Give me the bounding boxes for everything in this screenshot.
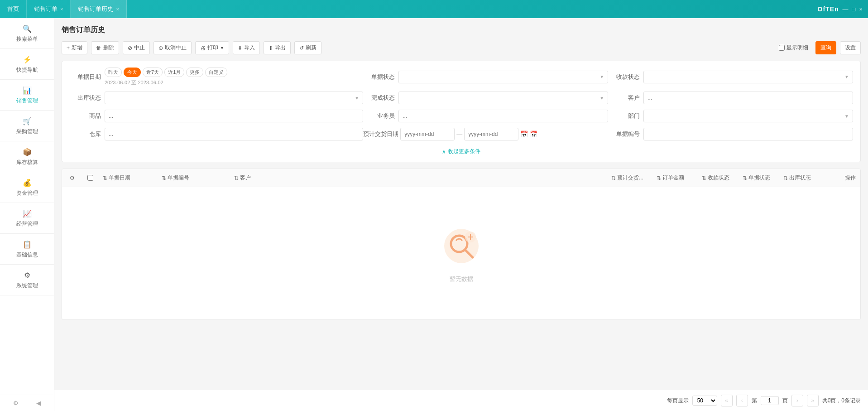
date-tag-yesterday[interactable]: 昨天 bbox=[105, 68, 122, 77]
th-delivery: ⇅ 预计交货... bbox=[607, 174, 652, 182]
tab-sales-order-close[interactable]: × bbox=[60, 6, 63, 12]
delete-button[interactable]: 🗑 删除 bbox=[91, 41, 119, 54]
th-action: 操作 bbox=[824, 174, 860, 182]
cancel-stop-button[interactable]: ⊙ 取消中止 bbox=[153, 41, 192, 54]
order-no-input[interactable] bbox=[643, 128, 853, 140]
add-icon: + bbox=[67, 45, 70, 51]
sidebar-item-system[interactable]: ⚙ 系统管理 bbox=[0, 265, 54, 295]
filter-row-2: 出库状态 ▼ 完成状态 ▼ 客户 bbox=[69, 92, 853, 104]
order-no-label: 单据编号 bbox=[608, 130, 640, 138]
complete-status-label: 完成状态 bbox=[363, 94, 395, 102]
sidebar-item-quicknav-label: 快捷导航 bbox=[16, 66, 38, 74]
tab-sales-order-history-close[interactable]: × bbox=[116, 6, 119, 12]
customer-input[interactable] bbox=[643, 92, 853, 104]
pagination-prev[interactable]: ‹ bbox=[736, 395, 748, 406]
sidebar-item-search[interactable]: 🔍 搜索菜单 bbox=[0, 18, 54, 49]
main-layout: 🔍 搜索菜单 ⚡ 快捷导航 📊 销售管理 🛒 采购管理 📦 库存核算 💰 资金管… bbox=[0, 18, 868, 411]
page-title: 销售订单历史 bbox=[62, 25, 861, 35]
sidebar-item-basic-info[interactable]: 📋 基础信息 bbox=[0, 234, 54, 265]
delivery-from-input[interactable] bbox=[400, 128, 455, 140]
delivery-to-input[interactable] bbox=[464, 128, 518, 140]
th-order-no: ⇅ 单据编号 bbox=[157, 174, 230, 182]
import-label: 导入 bbox=[244, 44, 255, 52]
th-sort-payment[interactable]: ⇅ bbox=[702, 175, 706, 181]
tab-sales-order-history-label: 销售订单历史 bbox=[78, 5, 113, 13]
sidebar-item-inventory[interactable]: 📦 库存核算 bbox=[0, 141, 54, 172]
sidebar-item-quicknav[interactable]: ⚡ 快捷导航 bbox=[0, 49, 54, 80]
table-settings-icon[interactable]: ⚙ bbox=[62, 175, 82, 181]
warehouse-out-select[interactable]: ▼ bbox=[105, 92, 363, 104]
refresh-icon: ↺ bbox=[299, 45, 304, 51]
dept-label: 部门 bbox=[608, 112, 640, 120]
page-size-select[interactable]: 50 20 100 bbox=[692, 396, 717, 406]
th-sort-warehouse[interactable]: ⇅ bbox=[783, 175, 788, 181]
select-all-checkbox[interactable] bbox=[87, 175, 93, 181]
date-tag-today[interactable]: 今天 bbox=[124, 68, 141, 77]
filter-panel: 单据日期 昨天 今天 近7天 近1月 更多 自定义 2023 bbox=[62, 61, 861, 162]
bill-status-label: 单据状态 bbox=[363, 73, 395, 81]
display-detail-input[interactable] bbox=[779, 45, 785, 51]
th-sort-date[interactable]: ⇅ bbox=[103, 175, 107, 181]
tab-sales-order-history[interactable]: 销售订单历史 × bbox=[71, 0, 126, 18]
sidebar-settings-icon[interactable]: ⚙ bbox=[13, 400, 19, 406]
bill-status-filter-item: 单据状态 ▼ bbox=[363, 71, 608, 83]
bill-status-select[interactable]: ▼ bbox=[398, 71, 608, 83]
salesman-label: 业务员 bbox=[363, 112, 395, 120]
stop-button[interactable]: ⊘ 中止 bbox=[123, 41, 150, 54]
sidebar-item-purchase[interactable]: 🛒 采购管理 bbox=[0, 111, 54, 141]
empty-icon bbox=[439, 223, 484, 269]
date-tag-1month[interactable]: 近1月 bbox=[164, 68, 184, 77]
collection-status-select[interactable]: ▼ bbox=[643, 71, 853, 83]
th-sort-customer[interactable]: ⇅ bbox=[234, 175, 239, 181]
complete-status-select[interactable]: ▼ bbox=[398, 92, 608, 104]
stop-icon: ⊘ bbox=[128, 45, 132, 51]
print-button[interactable]: 🖨 打印 ▼ bbox=[195, 41, 229, 54]
sidebar-item-finance[interactable]: 💰 资金管理 bbox=[0, 172, 54, 203]
pagination-last[interactable]: » bbox=[807, 395, 819, 406]
display-detail-checkbox[interactable]: 显示明细 bbox=[779, 44, 808, 52]
print-label: 打印 bbox=[207, 44, 218, 52]
collapse-row[interactable]: ∧ 收起更多条件 bbox=[69, 146, 853, 155]
dept-select[interactable]: ▼ bbox=[643, 110, 853, 122]
add-button[interactable]: + 新增 bbox=[62, 41, 87, 54]
delivery-cal-icon-end[interactable]: 📅 bbox=[530, 131, 537, 138]
delivery-cal-icon-start[interactable]: 📅 bbox=[520, 131, 528, 138]
customer-filter-item: 客户 bbox=[608, 92, 853, 104]
print-dropdown-icon: ▼ bbox=[220, 46, 224, 50]
data-table: ⚙ ⇅ 单据日期 ⇅ 单据编号 ⇅ 客户 ⇅ bbox=[62, 169, 861, 320]
sidebar-bottom: ⚙ ◀ bbox=[0, 395, 54, 411]
pagination-next[interactable]: › bbox=[791, 395, 803, 406]
settings-button[interactable]: 设置 bbox=[840, 41, 861, 54]
th-sort-amount[interactable]: ⇅ bbox=[657, 175, 661, 181]
tab-home[interactable]: 首页 bbox=[0, 0, 27, 18]
window-minimize[interactable]: — bbox=[843, 6, 849, 13]
table-checkbox-all[interactable] bbox=[82, 175, 98, 181]
date-tag-more[interactable]: 更多 bbox=[186, 68, 203, 77]
export-button[interactable]: ⬆ 导出 bbox=[264, 41, 291, 54]
sidebar-item-operations[interactable]: 📈 经营管理 bbox=[0, 203, 54, 234]
import-button[interactable]: ⬇ 导入 bbox=[233, 41, 260, 54]
date-tag-7days[interactable]: 近7天 bbox=[143, 68, 163, 77]
delivery-date-filter-item: 预计交货日期 — 📅 📅 bbox=[363, 128, 608, 140]
window-maximize[interactable]: □ bbox=[852, 6, 856, 13]
tab-sales-order[interactable]: 销售订单 × bbox=[27, 0, 71, 18]
th-sort-status[interactable]: ⇅ bbox=[743, 175, 747, 181]
sidebar-collapse-icon[interactable]: ◀ bbox=[36, 400, 41, 406]
pagination-first[interactable]: « bbox=[721, 395, 733, 406]
print-icon: 🖨 bbox=[200, 45, 206, 51]
sidebar-item-sales-label: 销售管理 bbox=[16, 97, 38, 105]
sidebar-item-sales[interactable]: 📊 销售管理 bbox=[0, 80, 54, 111]
salesman-input[interactable] bbox=[398, 110, 608, 122]
warehouse-input[interactable] bbox=[105, 128, 363, 140]
content-area: 销售订单历史 + 新增 🗑 删除 ⊘ 中止 ⊙ 取消中止 bbox=[54, 18, 868, 411]
th-customer: ⇅ 客户 bbox=[230, 174, 607, 182]
search-menu-icon: 🔍 bbox=[22, 24, 32, 34]
window-close[interactable]: × bbox=[859, 6, 863, 13]
query-button[interactable]: 查询 bbox=[815, 41, 836, 54]
th-sort-order-no[interactable]: ⇅ bbox=[162, 175, 166, 181]
date-tag-custom[interactable]: 自定义 bbox=[205, 68, 227, 77]
th-sort-delivery[interactable]: ⇅ bbox=[611, 175, 616, 181]
product-input[interactable] bbox=[105, 110, 363, 122]
page-number-input[interactable] bbox=[761, 396, 779, 405]
refresh-button[interactable]: ↺ 刷新 bbox=[294, 41, 321, 54]
